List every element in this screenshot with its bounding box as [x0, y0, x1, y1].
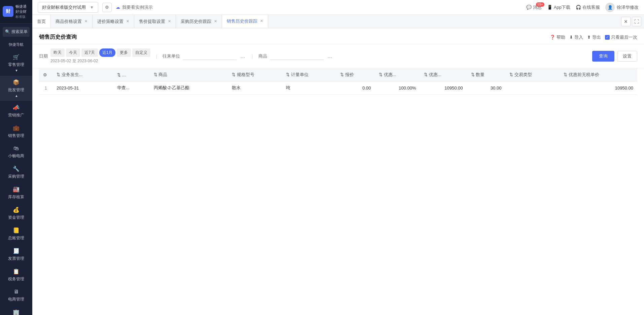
col-discount-amt[interactable]: ⇅ 优惠... [420, 68, 467, 81]
search-menu-button[interactable]: 🔍 搜索菜单 [3, 27, 30, 37]
export-button[interactable]: ⬆ 导出 [587, 34, 601, 40]
sort-qty-icon: ⇅ [471, 72, 475, 77]
sort-disc-amt-icon: ⇅ [424, 72, 428, 77]
sidebar-item-caigou[interactable]: 🔧 采购管理 [0, 162, 32, 183]
product-input[interactable] [270, 53, 324, 60]
logo-text: 畅捷通好业财 [15, 4, 30, 14]
sidebar-item-label: 采购管理 [8, 174, 24, 179]
tab-sale-price-extract-label: 售价提取设置 [139, 19, 165, 25]
topbar-settings-button[interactable]: ⚙ [102, 3, 112, 12]
only-last-checkbox-group[interactable]: ✓ 只看最后一次 [605, 34, 637, 40]
tab-purchase-history-close[interactable]: ✕ [214, 19, 217, 24]
message-button[interactable]: 💬 消息 99+ [526, 4, 542, 10]
tab-purchase-strategy-close[interactable]: ✕ [126, 19, 129, 24]
date-filter-group: 日期 昨天 今天 近7天 近1月 更多 自定义 2023-05-02 至 202… [39, 48, 150, 64]
maximize-window-button[interactable]: ⛶ [632, 17, 641, 26]
tab-sale-price-extract[interactable]: 售价提取设置 ✕ [134, 15, 176, 28]
headset-icon: 🎧 [576, 5, 581, 10]
filter-action-buttons: 查询 设置 [592, 51, 637, 62]
date-range-text: 2023-05-02 至 2023-06-02 [50, 58, 150, 64]
col-price[interactable]: ⇅ 报价 [336, 68, 375, 81]
date-filter-label: 日期 [39, 53, 48, 59]
col-extra[interactable]: ⇅ ... [113, 68, 149, 81]
sidebar-item-diangshang[interactable]: 🖥 电商管理 [0, 285, 32, 306]
product-more-button[interactable]: ... [326, 53, 333, 59]
col-pretax-unit-price[interactable]: ⇅ 优惠前无税单价 [560, 68, 637, 81]
sort-pretax-icon: ⇅ [564, 72, 567, 77]
source-unit-input[interactable] [183, 53, 237, 60]
date-last7-btn[interactable]: 近7天 [81, 48, 98, 57]
table-container: ⚙ ⇅ 业务发生... ⇅ ... ⇅ 商品 ⇅ 规格型号 ⇅ 计量单位 ⇅ 报… [32, 68, 644, 315]
tab-purchase-history[interactable]: 采购历史价跟踪 ✕ [176, 15, 222, 28]
tab-sale-history-close[interactable]: ✕ [260, 19, 263, 23]
online-service-button[interactable]: 🎧 在线客服 [576, 4, 600, 10]
col-transaction-type[interactable]: ⇅ 交易类型 [505, 68, 560, 81]
import-icon: ⬇ [569, 35, 573, 40]
xiaoshou-icon: 💼 [13, 125, 20, 131]
col-unit[interactable]: ⇅ 计量单位 [282, 68, 336, 81]
tab-purchase-strategy[interactable]: 进价策略设置 ✕ [93, 15, 134, 28]
sidebar-item-fapiao[interactable]: 🧾 发票管理 [0, 244, 32, 265]
col-product[interactable]: ⇅ 商品 [150, 68, 228, 81]
pifaguanli-icon: 📦 [13, 79, 20, 85]
tab-home[interactable]: 首页 [32, 15, 51, 28]
tab-product-price-close[interactable]: ✕ [84, 19, 87, 24]
date-today-btn[interactable]: 今天 [66, 48, 80, 57]
sort-price-icon: ⇅ [340, 72, 344, 77]
demo-icon: ☁ [116, 5, 120, 10]
cell-product: 丙烯酸-2-乙基己酯 [150, 81, 228, 95]
sidebar-item-label: 销售管理 [8, 133, 24, 139]
sidebar-search-area: 🔍 搜索菜单 [0, 24, 32, 40]
sidebar-item-zhangmu[interactable]: 📒 总账管理 [0, 224, 32, 244]
col-business-date[interactable]: ⇅ 业务发生... [52, 68, 113, 81]
demo-button[interactable]: ☁ 我要看实例演示 [116, 4, 153, 10]
sidebar-item-gudingzichan[interactable]: 🏢 固定资产 [0, 306, 32, 315]
col-quantity[interactable]: ⇅ 数量 [467, 68, 506, 81]
query-button[interactable]: 查询 [592, 51, 614, 62]
close-window-button[interactable]: ✕ [621, 17, 631, 26]
zijin-icon: 💰 [13, 207, 20, 213]
search-icon: 🔍 [5, 29, 10, 34]
zhangmu-icon: 📒 [13, 227, 20, 234]
sidebar-item-zijin[interactable]: 💰 资金管理 [0, 203, 32, 224]
col-discount-pct[interactable]: ⇅ 优惠... [375, 68, 420, 81]
settings-button[interactable]: 设置 [617, 51, 637, 62]
col-gear[interactable]: ⚙ [39, 68, 52, 81]
sidebar-item-shuiwu[interactable]: 📋 税务管理 [0, 265, 32, 285]
date-last1month-btn[interactable]: 近1月 [99, 48, 116, 57]
sidebar-item-pifaguanli[interactable]: 📦 批发管理 ▲ [0, 76, 32, 101]
sidebar-item-yingxiao[interactable]: 📣 营销推广 [0, 101, 32, 121]
app-logo: 财 畅捷通好业财 标准版 [0, 0, 32, 24]
cell-extra: 华查... [113, 81, 149, 95]
cell-index: 1 [39, 81, 52, 95]
only-last-checkbox[interactable]: ✓ [605, 35, 610, 40]
sort-asc-icon: ⇅ [57, 72, 60, 77]
col-spec[interactable]: ⇅ 规格型号 [228, 68, 282, 81]
sidebar-item-xiaochang[interactable]: 🛍 小畅电商 [0, 142, 32, 162]
lingshougaunli-icon: 🛒 [13, 54, 20, 60]
sidebar-item-kucun[interactable]: 🏭 库存核算 [0, 183, 32, 203]
date-custom-btn[interactable]: 自定义 [132, 48, 150, 57]
user-profile-button[interactable]: 👤 徐泽华修改 [605, 3, 639, 12]
message-icon: 💬 [526, 5, 532, 10]
tab-sale-history[interactable]: 销售历史价跟踪 ✕ [222, 15, 268, 28]
filter-separator-2: | [252, 54, 253, 59]
sidebar-item-label: 税务管理 [8, 276, 24, 282]
table-row[interactable]: 1 2023-05-31 华查... 丙烯酸-2-乙基己酯 散水 吨 0.00 … [39, 81, 637, 95]
app-download-button[interactable]: 📱 App下载 [547, 4, 570, 10]
page-header: 销售历史价查询 ❓ 帮助 ⬇ 导入 ⬆ 导出 ✓ 只看最后一次 [32, 28, 644, 44]
cell-business-date: 2023-05-31 [52, 81, 113, 95]
gudingzichan-icon: 🏢 [13, 309, 20, 315]
date-yesterday-btn[interactable]: 昨天 [50, 48, 65, 57]
sidebar-item-kuaijie[interactable]: 快捷导航 [0, 40, 32, 49]
module-selector[interactable]: 好业财标准版交付试用 ▼ [38, 2, 98, 13]
import-button[interactable]: ⬇ 导入 [569, 34, 583, 40]
tab-sale-price-extract-close[interactable]: ✕ [168, 19, 171, 24]
source-unit-more-button[interactable]: ... [239, 53, 246, 59]
sidebar-item-label: 总账管理 [8, 235, 24, 241]
help-button[interactable]: ❓ 帮助 [550, 34, 565, 40]
date-more-btn[interactable]: 更多 [117, 48, 131, 57]
sidebar-item-xiaoshou[interactable]: 💼 销售管理 [0, 121, 32, 142]
tab-product-price[interactable]: 商品价格设置 ✕ [51, 15, 93, 28]
sidebar-item-lingshougaunli[interactable]: 🛒 零售管理 ▼ [0, 50, 32, 76]
